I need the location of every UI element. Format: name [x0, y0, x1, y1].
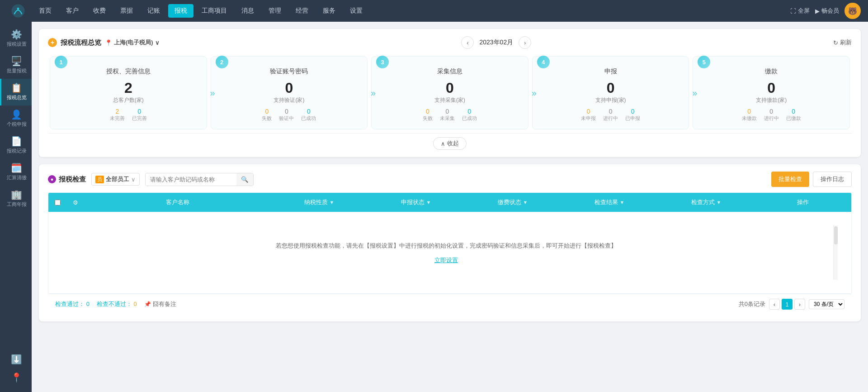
- step-2-sub-1[interactable]: 0 验证中: [279, 108, 294, 122]
- collapse-button[interactable]: ∧ 收起: [433, 137, 467, 150]
- step-1-count[interactable]: 2: [57, 79, 199, 96]
- step-1-sub-1-label: 已完善: [132, 115, 147, 122]
- footer-pagination: 共0条记录 ‹ 1 › 30 条/页: [739, 299, 844, 310]
- step-3-sub-1[interactable]: 0 未采集: [440, 108, 455, 122]
- nav-message[interactable]: 消息: [235, 4, 260, 18]
- staff-selector[interactable]: 员 全部员工 ∨: [91, 173, 140, 186]
- step-1-wrapper: 1 授权、完善信息 2 总客户数(家) 2 未完善 0 已完善: [48, 56, 209, 129]
- refresh-button[interactable]: ↻ 刷新: [833, 38, 852, 47]
- step-2-count[interactable]: 0: [218, 79, 360, 96]
- step-5-count[interactable]: 0: [700, 79, 842, 96]
- th-settings[interactable]: ⚙: [66, 193, 85, 212]
- step-1-sub-0[interactable]: 2 未完善: [110, 108, 125, 122]
- refresh-label: 刷新: [840, 38, 852, 47]
- th-check-result[interactable]: 检查结果 ▼: [561, 193, 658, 212]
- nav-fee[interactable]: 收费: [87, 4, 112, 18]
- search-button[interactable]: 🔍: [236, 173, 253, 186]
- step-3-sub-0-val: 0: [426, 108, 429, 115]
- th-tax-nature[interactable]: 纳税性质 ▼: [271, 193, 368, 212]
- sidebar-label-annual-report: 工商年报: [7, 201, 27, 208]
- step-4-sub-2[interactable]: 0 已申报: [625, 108, 640, 122]
- has-note: 📌 囧有备注: [144, 300, 176, 308]
- step-3-sub-2-label: 已成功: [462, 115, 477, 122]
- step-3-sub-0[interactable]: 0 失败: [423, 108, 433, 122]
- nav-invoice[interactable]: 票据: [114, 4, 139, 18]
- nav-home[interactable]: 首页: [33, 4, 58, 18]
- nav-manage[interactable]: 管理: [262, 4, 288, 18]
- sidebar-item-annual-report[interactable]: 🏢 工商年报: [0, 186, 32, 212]
- step-3-sub-2[interactable]: 0 已成功: [462, 108, 477, 122]
- search-input[interactable]: [146, 173, 236, 186]
- next-month-button[interactable]: ›: [519, 36, 531, 49]
- sidebar-item-settlement[interactable]: 🗓️ 汇算清缴: [0, 159, 32, 186]
- step-4-subtitle: 支持申报(家): [540, 96, 682, 104]
- th-action: 操作: [755, 193, 851, 212]
- step-4-sub-2-val: 0: [631, 108, 635, 115]
- sidebar-item-personal-tax[interactable]: 👤 个税申报: [0, 105, 32, 132]
- location-icon: 📍: [11, 373, 22, 382]
- overview-title-area: + 报税流程总览 📍 上海(电子税局) ∨: [48, 38, 160, 47]
- step-1-sub-1[interactable]: 0 已完善: [132, 108, 147, 122]
- sidebar-bottom: ⬇️ 📍: [0, 350, 32, 392]
- nav-service[interactable]: 服务: [316, 4, 342, 18]
- location-selector[interactable]: 📍 上海(电子税局) ∨: [105, 38, 160, 47]
- step-3-sub-0-label: 失败: [423, 115, 433, 122]
- sidebar-item-tax-overview[interactable]: 📋 报税总览: [0, 79, 32, 105]
- note-label: 囧有备注: [153, 300, 176, 308]
- step-3-count[interactable]: 0: [379, 79, 521, 96]
- step-1-title: 授权、完善信息: [57, 67, 199, 76]
- step-1-sub-1-val: 0: [137, 108, 141, 115]
- staff-chevron-icon: ∨: [131, 176, 136, 183]
- nav-settings[interactable]: 设置: [344, 4, 369, 18]
- sidebar-download[interactable]: ⬇️: [0, 350, 32, 368]
- prev-page-button[interactable]: ‹: [769, 299, 780, 310]
- pass-count[interactable]: 检查通过： 0: [55, 300, 90, 308]
- prev-month-button[interactable]: ‹: [461, 36, 474, 49]
- batch-check-button[interactable]: 批量检查: [771, 172, 809, 187]
- avatar[interactable]: 🐻: [844, 3, 861, 19]
- step-5-sub-2-label: 已缴款: [786, 115, 801, 122]
- sidebar-item-batch-tax[interactable]: 🖥️ 批量报税: [0, 52, 32, 79]
- member-button[interactable]: ▶ 畅会员: [815, 7, 839, 15]
- nav-accounting[interactable]: 记账: [141, 4, 166, 18]
- th-check-method[interactable]: 检查方式 ▼: [658, 193, 755, 212]
- step-5-sub-2-val: 0: [792, 108, 795, 115]
- step-2-sub-2[interactable]: 0 已成功: [301, 108, 316, 122]
- collapse-row: ∧ 收起: [48, 129, 852, 150]
- setup-link[interactable]: 立即设置: [434, 256, 458, 264]
- per-page-select[interactable]: 30 条/页: [809, 299, 844, 309]
- next-page-button[interactable]: ›: [794, 299, 805, 310]
- step-5-sub-2[interactable]: 0 已缴款: [786, 108, 801, 122]
- nav-tax[interactable]: 报税: [168, 4, 193, 18]
- step-4-card: 4 申报 0 支持申报(家) 0 未申报 0 进行中: [532, 56, 689, 129]
- step-2-number: 2: [216, 56, 228, 68]
- nav-business[interactable]: 工商项目: [195, 4, 233, 18]
- select-all-checkbox[interactable]: [55, 200, 61, 206]
- table-header: ⚙ 客户名称 纳税性质 ▼ 申报状态 ▼ 缴费状态 ▼ 检查: [48, 193, 851, 212]
- step-5-card: 5 缴款 0 支持缴款(家) 0 未缴款 0 进行中: [693, 56, 850, 129]
- operation-log-button[interactable]: 操作日志: [813, 172, 852, 187]
- step-2-sub-2-val: 0: [307, 108, 311, 115]
- step-4-sub-1[interactable]: 0 进行中: [603, 108, 618, 122]
- page-1-button[interactable]: 1: [782, 299, 793, 310]
- th-checkbox[interactable]: [48, 193, 66, 212]
- filter-icon-5: ▼: [717, 200, 722, 205]
- step-4-count[interactable]: 0: [540, 79, 682, 96]
- th-payment-status[interactable]: 缴费状态 ▼: [464, 193, 561, 212]
- step-4-sub-0[interactable]: 0 未申报: [581, 108, 596, 122]
- nav-client[interactable]: 客户: [60, 4, 85, 18]
- step-2-sub-0[interactable]: 0 失败: [262, 108, 272, 122]
- step-5-sub-1[interactable]: 0 进行中: [764, 108, 779, 122]
- nav-operation[interactable]: 经营: [289, 4, 315, 18]
- sidebar-location[interactable]: 📍: [0, 368, 32, 387]
- step-5-sub-0[interactable]: 0 未缴款: [742, 108, 757, 122]
- fullscreen-button[interactable]: ⛶ 全屏: [790, 7, 810, 15]
- logo[interactable]: [7, 0, 29, 22]
- sidebar-item-tax-settings[interactable]: ⚙️ 报税设置: [0, 25, 32, 52]
- step-4-number: 4: [537, 56, 550, 68]
- fail-count[interactable]: 检查不通过： 0: [97, 300, 137, 308]
- filter-icon-4: ▼: [620, 200, 625, 205]
- th-declare-status[interactable]: 申报状态 ▼: [368, 193, 464, 212]
- nav-items: 首页 客户 收费 票据 记账 报税 工商项目 消息 管理 经营 服务 设置: [33, 4, 790, 18]
- sidebar-item-tax-record[interactable]: 📄 报税记录: [0, 132, 32, 159]
